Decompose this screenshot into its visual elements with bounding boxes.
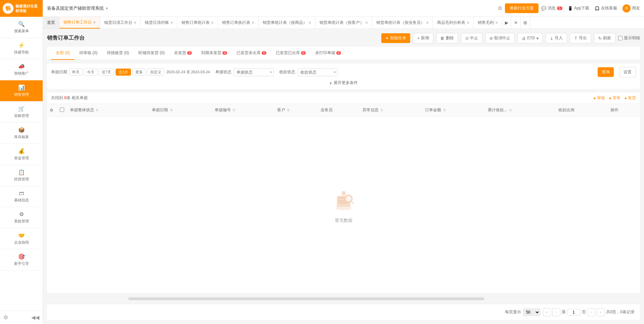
expand-arrow-icon: ∨ bbox=[329, 81, 332, 85]
topbar-app-download[interactable]: 📱 App下载 bbox=[568, 5, 589, 11]
tab-cash-ledger[interactable]: 钱货日清对账 ✕ bbox=[141, 17, 177, 29]
collapse-icon[interactable]: ◀◀ bbox=[31, 314, 39, 321]
sort-abnormal-icon[interactable]: ⇅ bbox=[380, 108, 383, 112]
tab-close-all-button[interactable]: ✕ bbox=[511, 17, 521, 29]
tab-sales-gross[interactable]: 销售毛利 ✕ bbox=[474, 17, 502, 29]
col-action: 操作 bbox=[608, 104, 640, 117]
tab-home[interactable]: 首页 bbox=[43, 17, 59, 29]
tab-sales-stat[interactable]: 销售订单统计表 ✕ bbox=[177, 17, 218, 29]
date-btn-today[interactable]: 今天 bbox=[84, 69, 97, 76]
sidebar-item-guide[interactable]: 🎯 新手引导 bbox=[0, 249, 43, 271]
sidebar-item-marketing[interactable]: 📣 营销推广 bbox=[0, 59, 43, 80]
tab-cash-daily[interactable]: 钱货日清工作台 ✕ bbox=[100, 17, 141, 29]
filter-tab-shipped-not-out[interactable]: 已发货未出库 0 bbox=[232, 47, 271, 60]
filter-tab-all[interactable]: 全部 (0) bbox=[51, 47, 75, 60]
tab-expand-button[interactable]: ⊞ bbox=[521, 17, 530, 29]
sort-customer-icon[interactable]: ⇅ bbox=[287, 108, 290, 112]
status-filter: 单据状态 单据状态 bbox=[215, 68, 274, 76]
date-btn-1month[interactable]: 近1月 bbox=[116, 69, 131, 76]
sidebar-item-system[interactable]: ⚙ 系统管理 bbox=[0, 207, 43, 228]
expand-conditions-button[interactable]: ∨ 展开更多条件 bbox=[329, 80, 358, 86]
topbar-message[interactable]: 💬 消息 5 bbox=[541, 5, 562, 11]
settings-icon[interactable]: ⚙ bbox=[3, 314, 8, 321]
tab-sales-summary-product[interactable]: 销货单统计表（按商品） ✕ bbox=[259, 17, 315, 29]
tab-sales-summary-staff[interactable]: 销货单统计表（按业务员） ✕ bbox=[372, 17, 433, 29]
col-checkbox[interactable] bbox=[57, 104, 67, 117]
tab-close-sales-summary-customer[interactable]: ✕ bbox=[365, 21, 368, 25]
sort-status-icon[interactable]: ⇅ bbox=[96, 108, 98, 112]
bulk-review-button[interactable]: ● 审核 bbox=[593, 95, 605, 101]
last-page-button[interactable]: » bbox=[597, 308, 605, 316]
show-detail-checkbox-label[interactable]: 显示明细 bbox=[618, 35, 640, 41]
print-button[interactable]: 🖨 打印 ▾ bbox=[517, 33, 543, 43]
sort-date-icon[interactable]: ⇅ bbox=[170, 108, 173, 112]
tab-close-product-margin[interactable]: ✕ bbox=[467, 21, 469, 25]
export-button[interactable]: ⤒ 导出 bbox=[570, 33, 591, 43]
filter-tab-not-printed[interactable]: 未打印单据 0 bbox=[310, 47, 346, 60]
sidebar-item-operations[interactable]: 📋 经营管理 bbox=[0, 165, 43, 186]
sidebar-item-quicknav[interactable]: ⚡ 快捷导航 bbox=[0, 38, 43, 59]
sidebar-item-inventory[interactable]: 📦 库存核算 bbox=[0, 123, 43, 144]
filter-tab-shipped-out[interactable]: 已发货已出库 0 bbox=[271, 47, 310, 60]
filter-tab-pending-check[interactable]: 待拣验货 (0) bbox=[102, 47, 134, 60]
settings-button[interactable]: 设置 bbox=[619, 67, 636, 77]
page-number-input[interactable] bbox=[567, 309, 581, 316]
search-button[interactable]: 查询 bbox=[598, 67, 614, 77]
tab-close-cash-daily[interactable]: ✕ bbox=[134, 21, 136, 25]
filter-tab-wangpu[interactable]: 旺铺待发货 (0) bbox=[134, 47, 169, 60]
sidebar-item-purchase[interactable]: 🛒 采购管理 bbox=[0, 102, 43, 123]
stop-button[interactable]: ⊙ 中止 bbox=[461, 33, 482, 43]
col-settings[interactable]: ⚙ bbox=[47, 104, 57, 117]
tab-scroll-right-button[interactable]: ▶ bbox=[502, 17, 511, 29]
industry-solution-button[interactable]: 体验行业方案 bbox=[505, 3, 539, 13]
filter-tab-expired-not-shipped[interactable]: 到期未发货 0 bbox=[197, 47, 232, 60]
sidebar-item-basic[interactable]: 🗃 基础信息 bbox=[0, 186, 43, 207]
tab-sales-summary-customer[interactable]: 销货单统计表（按客户） ✕ bbox=[315, 17, 372, 29]
sidebar-item-enterprise[interactable]: 🤝 企业协同 bbox=[0, 228, 43, 249]
tab-close-sales-gross[interactable]: ✕ bbox=[495, 21, 498, 25]
sidebar-item-search[interactable]: 🔍 搜索菜单 bbox=[0, 17, 43, 38]
sort-collected-icon[interactable]: ⇅ bbox=[509, 108, 512, 112]
tab-close-sales-exec[interactable]: ✕ bbox=[252, 21, 254, 25]
filter-tab-pending-review[interactable]: 待审核 (0) bbox=[75, 47, 102, 60]
bulk-ship-button[interactable]: ● 发货 bbox=[625, 95, 636, 101]
topbar-gear-icon[interactable]: ⚙ bbox=[498, 5, 502, 11]
tab-product-margin[interactable]: 商品毛利分析表 ✕ bbox=[433, 17, 474, 29]
add-button[interactable]: + 新增 bbox=[413, 33, 433, 43]
import-button[interactable]: ⤓ 导入 bbox=[546, 33, 567, 43]
refresh-button[interactable]: ↻ 刷新 bbox=[594, 33, 615, 43]
show-detail-checkbox[interactable] bbox=[618, 36, 622, 40]
sidebar-item-sales[interactable]: 📊 销售管理 bbox=[0, 80, 43, 102]
tab-sales-workbench[interactable]: 销售订单工作台 ✕ bbox=[59, 17, 100, 29]
select-all-checkbox[interactable] bbox=[60, 108, 64, 112]
date-btn-yesterday[interactable]: 昨天 bbox=[69, 69, 83, 76]
sort-number-icon[interactable]: ⇅ bbox=[232, 108, 235, 112]
status-select[interactable]: 单据状态 bbox=[233, 68, 274, 76]
first-page-button[interactable]: « bbox=[543, 308, 551, 316]
tab-close-cash-ledger[interactable]: ✕ bbox=[170, 21, 173, 25]
date-btn-custom[interactable]: 自定义 bbox=[147, 69, 164, 76]
tab-sales-exec[interactable]: 销售订单执行表 ✕ bbox=[218, 17, 259, 29]
ai-generate-button[interactable]: ✦ 智能生单 bbox=[381, 33, 410, 43]
date-btn-7days[interactable]: 近7天 bbox=[99, 69, 114, 76]
bulk-unaudit-button[interactable]: ● 弃审 bbox=[609, 95, 620, 101]
cancel-stop-button[interactable]: ⊘ 取消中止 bbox=[485, 33, 515, 43]
delete-button[interactable]: 🗑 删除 bbox=[436, 33, 458, 43]
sort-amount-icon[interactable]: ⇅ bbox=[443, 108, 446, 112]
tab-close-sales-stat[interactable]: ✕ bbox=[211, 21, 214, 25]
horizontal-scrollbar[interactable] bbox=[47, 296, 640, 300]
tab-close-sales-workbench[interactable]: ✕ bbox=[93, 21, 96, 24]
tab-close-sales-summary-product[interactable]: ✕ bbox=[308, 21, 311, 25]
per-page-select[interactable]: 50 10 20 100 bbox=[523, 309, 540, 316]
filter-tab-not-shipped[interactable]: 未发货 0 bbox=[169, 47, 197, 60]
logo-text: 畅捷通好生意 标准版 bbox=[15, 4, 38, 13]
topbar-user[interactable]: 用 用友 bbox=[622, 4, 640, 12]
payment-select[interactable]: 收款状态 bbox=[297, 68, 338, 76]
prev-page-button[interactable]: ‹ bbox=[552, 308, 560, 316]
date-btn-more[interactable]: 更多 bbox=[132, 69, 146, 76]
sidebar-item-finance[interactable]: 💰 资金管理 bbox=[0, 144, 43, 165]
tab-close-sales-summary-staff[interactable]: ✕ bbox=[426, 21, 429, 25]
topbar-service[interactable]: 🎧 在线客服 bbox=[595, 5, 617, 11]
scrollbar-thumb[interactable] bbox=[128, 297, 484, 300]
next-page-button[interactable]: › bbox=[587, 308, 595, 316]
